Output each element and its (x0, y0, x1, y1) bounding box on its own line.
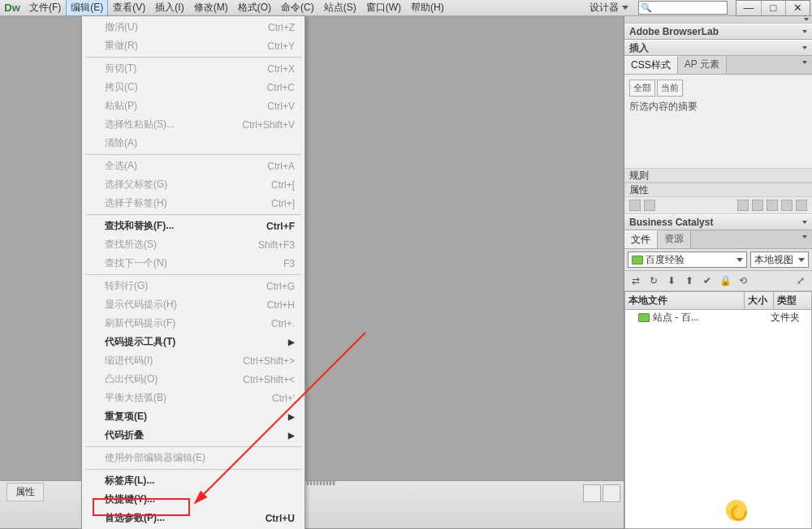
col-localfile[interactable]: 本地文件 (625, 292, 745, 309)
rules-section: 规则 (624, 168, 812, 183)
connect-icon[interactable]: ⇄ (628, 273, 644, 288)
watermark-logo: 创新互联 (726, 500, 804, 521)
get-icon[interactable]: ⬇ (663, 273, 680, 288)
right-panels: Adobe BrowserLab 插入 CSS样式 AP 元素 全部 当前 所选… (624, 16, 812, 529)
menu-item-10: 选择父标签(G)Ctrl+[ (82, 175, 304, 194)
app-logo: Dw (0, 0, 24, 16)
css-icon-3[interactable] (737, 200, 749, 211)
sync-icon[interactable]: ⟲ (735, 273, 751, 288)
panel-menu-icon[interactable] (804, 18, 809, 21)
menu-edit[interactable]: 编辑(E) (66, 0, 108, 16)
browserlab-title: Adobe BrowserLab (629, 26, 719, 37)
tab-css[interactable]: CSS样式 (624, 56, 678, 74)
col-type[interactable]: 类型 (774, 292, 811, 309)
menu-view[interactable]: 查看(V) (108, 0, 150, 16)
checkin-icon[interactable]: 🔒 (717, 273, 733, 288)
chevron-down-icon (802, 30, 807, 33)
menu-item-13[interactable]: 查找和替换(F)...Ctrl+F (82, 217, 304, 235)
css-summary-text: 所选内容的摘要 (629, 100, 807, 114)
tab-assets[interactable]: 资源 (658, 230, 691, 248)
menu-modify[interactable]: 修改(M) (189, 0, 233, 16)
files-tabs: 文件 资源 (624, 230, 812, 249)
topbar: Dw 文件(F) 编辑(E) 查看(V) 插入(I) 修改(M) 格式(O) 命… (0, 0, 812, 16)
menu-item-30[interactable]: 快捷键(Y)... (82, 490, 304, 509)
site-name: 百度经验 (646, 253, 685, 267)
menu-item-27: 使用外部编辑器编辑(E) (82, 449, 304, 467)
menu-site[interactable]: 站点(S) (319, 0, 361, 16)
css-current-button[interactable]: 当前 (657, 80, 683, 97)
menu-format[interactable]: 格式(O) (233, 0, 276, 16)
menu-item-11: 选择子标签(H)Ctrl+] (82, 194, 304, 213)
properties-icon-1[interactable] (583, 484, 601, 502)
file-type: 文件夹 (771, 311, 808, 325)
menu-item-29[interactable]: 标签库(L)... (82, 471, 304, 490)
site-dropdown[interactable]: 百度经验 (628, 252, 747, 268)
chevron-down-icon[interactable] (802, 61, 807, 64)
edit-menu-dropdown[interactable]: 撤消(U)Ctrl+Z重做(R)Ctrl+Y剪切(T)Ctrl+X拷贝(C)Ct… (81, 15, 305, 529)
minimize-button[interactable]: — (736, 1, 761, 15)
checkout-icon[interactable]: ✔ (699, 273, 715, 288)
menu-item-14: 查找所选(S)Shift+F3 (82, 235, 304, 254)
menu-item-20[interactable]: 代码提示工具(T)▶ (82, 333, 304, 351)
folder-icon (638, 313, 650, 322)
properties-tab[interactable]: 属性 (6, 483, 44, 501)
expand-icon[interactable]: ⤢ (793, 273, 809, 288)
menu-item-22: 凸出代码(O)Ctrl+Shift+< (82, 370, 304, 389)
menu-help[interactable]: 帮助(H) (406, 0, 449, 16)
menu-command[interactable]: 命令(C) (276, 0, 319, 16)
css-icon-2[interactable] (644, 200, 655, 211)
insert-header[interactable]: 插入 (624, 40, 812, 56)
file-row[interactable]: 站点 - 百... 文件夹 (625, 310, 811, 325)
files-action-icons: ⇄ ↻ ⬇ ⬆ ✔ 🔒 ⟲ ⤢ (624, 271, 812, 291)
tab-ap[interactable]: AP 元素 (678, 56, 727, 74)
workspace-switcher[interactable]: 设计器 (583, 0, 635, 16)
css-tabs: CSS样式 AP 元素 (624, 56, 812, 75)
menu-bar: 文件(F) 编辑(E) 查看(V) 插入(I) 修改(M) 格式(O) 命令(C… (24, 0, 449, 16)
panel-handle[interactable] (624, 16, 812, 24)
menu-item-9: 全选(A)Ctrl+A (82, 157, 304, 175)
menu-item-3: 剪切(T)Ctrl+X (82, 59, 304, 78)
browserlab-header[interactable]: Adobe BrowserLab (624, 24, 812, 40)
catalyst-title: Business Catalyst (629, 217, 713, 228)
catalyst-header[interactable]: Business Catalyst (624, 214, 812, 230)
menu-item-6: 选择性粘贴(S)...Ctrl+Shift+V (82, 115, 304, 134)
menu-item-4: 拷贝(C)Ctrl+C (82, 78, 304, 97)
properties-icon-2[interactable] (603, 484, 620, 502)
css-icon-5[interactable] (767, 200, 778, 211)
css-icon-6[interactable] (781, 200, 793, 211)
menu-item-31[interactable]: 首选参数(P)...Ctrl+U (82, 509, 304, 527)
put-icon[interactable]: ⬆ (681, 273, 698, 288)
css-icon-7[interactable] (796, 200, 807, 211)
css-action-icons (624, 197, 812, 214)
col-size[interactable]: 大小 (745, 292, 774, 309)
close-button[interactable]: ✕ (785, 1, 810, 15)
file-name: 站点 - 百... (653, 311, 741, 325)
watermark-text: 创新互联 (752, 502, 804, 519)
menu-item-19: 刷新代码提示(F)Ctrl+. (82, 314, 304, 333)
css-all-button[interactable]: 全部 (629, 80, 655, 97)
menu-item-7: 清除(A) (82, 134, 304, 153)
tab-files[interactable]: 文件 (624, 230, 658, 248)
maximize-button[interactable]: □ (761, 1, 785, 15)
menu-item-24[interactable]: 重复项(E)▶ (82, 407, 304, 426)
chevron-down-icon[interactable] (802, 235, 807, 239)
chevron-down-icon (736, 258, 743, 262)
css-icon-1[interactable] (629, 200, 641, 211)
file-list-header: 本地文件 大小 类型 (624, 291, 812, 310)
chevron-down-icon (802, 221, 807, 224)
workspace-label: 设计器 (590, 1, 619, 15)
menu-item-15: 查找下一个(N)F3 (82, 254, 304, 273)
css-panel-body: 全部 当前 所选内容的摘要 (624, 75, 812, 168)
search-input[interactable]: 🔍 (638, 1, 728, 15)
file-list[interactable]: 站点 - 百... 文件夹 (624, 310, 812, 529)
menu-window[interactable]: 窗口(W) (361, 0, 406, 16)
menu-file[interactable]: 文件(F) (24, 0, 66, 16)
chevron-down-icon (798, 258, 805, 262)
menu-item-5: 粘贴(P)Ctrl+V (82, 97, 304, 115)
css-icon-4[interactable] (752, 200, 763, 211)
view-dropdown[interactable]: 本地视图 (750, 252, 809, 268)
menu-insert[interactable]: 插入(I) (150, 0, 188, 16)
menu-item-25[interactable]: 代码折叠▶ (82, 426, 304, 445)
refresh-icon[interactable]: ↻ (646, 273, 662, 288)
chevron-down-icon (802, 46, 807, 49)
